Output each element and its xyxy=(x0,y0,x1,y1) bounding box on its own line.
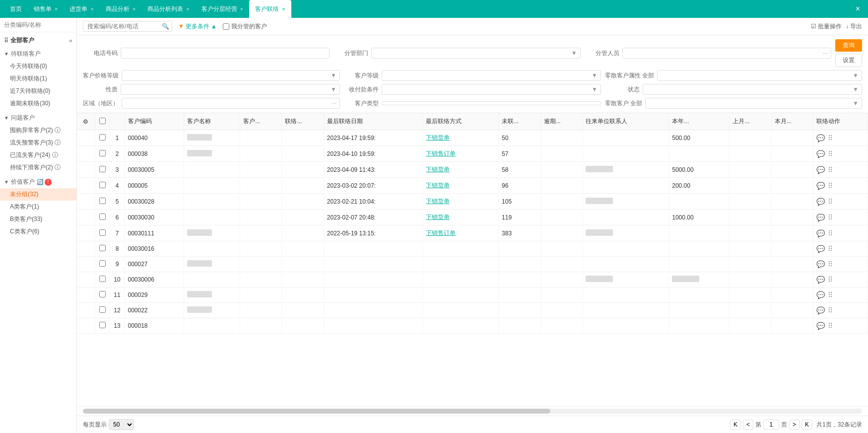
row-checkbox[interactable] xyxy=(99,214,106,220)
problem-customers-header[interactable]: ▼ 问题客户 xyxy=(0,112,76,124)
checkbox-cell[interactable] xyxy=(95,210,110,225)
last-date-col-header[interactable]: 最后联络日期 xyxy=(324,113,423,130)
more-conditions-button[interactable]: ▼ 更多条件 ▲ xyxy=(178,22,217,31)
contact-action-icon[interactable]: 💬 xyxy=(816,260,825,268)
sidebar-item-churn-warning[interactable]: 流失预警客户(3) ⓘ xyxy=(0,137,76,149)
contact-action-icon[interactable]: 💬 xyxy=(816,134,825,142)
last-method-cell[interactable] xyxy=(423,303,499,318)
close-product-analysis-icon[interactable]: × xyxy=(133,6,135,12)
contact-action-icon[interactable]: 💬 xyxy=(816,276,825,284)
row-checkbox[interactable] xyxy=(99,260,106,267)
more-action-icon[interactable]: ⠿ xyxy=(828,166,833,174)
checkbox-cell[interactable] xyxy=(95,272,110,288)
row-checkbox[interactable] xyxy=(99,276,106,282)
sidebar-item-7days[interactable]: 近7天待联络(0) xyxy=(0,85,76,97)
contact-action-icon[interactable]: 💬 xyxy=(816,166,825,174)
prev-page-button[interactable]: < xyxy=(743,420,753,430)
last-method-cell[interactable]: 下销货单 xyxy=(423,178,499,194)
contact-col-header[interactable]: 联络... xyxy=(282,113,324,130)
payment-select[interactable]: ▼ xyxy=(382,84,601,95)
row-checkbox[interactable] xyxy=(99,182,106,188)
checkbox-cell[interactable] xyxy=(95,146,110,162)
last-method-cell[interactable]: 下销货单 xyxy=(423,210,499,225)
last-method-cell[interactable]: 下销售订单 xyxy=(423,225,499,241)
close-contact-icon[interactable]: × xyxy=(282,6,285,12)
more-action-icon[interactable]: ⠿ xyxy=(828,150,833,158)
checkbox-cell[interactable] xyxy=(95,241,110,257)
checkbox-cell[interactable] xyxy=(95,130,110,146)
main-search-icon[interactable]: 🔍 xyxy=(162,23,169,30)
contact-person-col-header[interactable]: 往来单位联系人 xyxy=(583,113,669,130)
checkbox-cell[interactable] xyxy=(95,257,110,272)
this-month-col-header[interactable]: 本月... xyxy=(771,113,813,130)
more-action-icon[interactable]: ⠿ xyxy=(828,291,833,299)
row-checkbox[interactable] xyxy=(99,134,106,141)
refresh-icon[interactable]: 🔄 xyxy=(37,179,44,185)
collapse-sidebar-icon[interactable]: « xyxy=(69,37,72,44)
nature-select[interactable]: ▼ xyxy=(121,84,340,95)
reset-button[interactable]: 设置 xyxy=(835,54,862,67)
overdue-col-header[interactable]: 逾期... xyxy=(540,113,582,130)
first-page-button[interactable]: K xyxy=(730,420,741,430)
more-action-icon[interactable]: ⠿ xyxy=(828,198,833,206)
row-checkbox[interactable] xyxy=(99,245,106,251)
retail-attr-select[interactable]: ▼ xyxy=(657,70,862,81)
nav-customer-segment[interactable]: 客户分层经营 × xyxy=(196,0,249,18)
pending-contact-header[interactable]: ▼ 待联络客户 xyxy=(0,48,76,60)
sidebar-item-ungroup[interactable]: 未分组(32) xyxy=(0,188,76,201)
status-select[interactable]: ▼ xyxy=(643,84,862,95)
more-action-icon[interactable]: ⠿ xyxy=(828,260,833,268)
row-checkbox[interactable] xyxy=(99,166,106,172)
export-button[interactable]: ↓ 导出 xyxy=(846,22,862,31)
sidebar-item-tomorrow[interactable]: 明天待联络(1) xyxy=(0,72,76,85)
nav-sales[interactable]: 销售单 × xyxy=(28,0,64,18)
row-checkbox[interactable] xyxy=(99,322,106,328)
more-action-icon[interactable]: ⠿ xyxy=(828,306,833,314)
sidebar-item-abnormal[interactable]: 囤购异常客户(2) ⓘ xyxy=(0,124,76,137)
checkbox-cell[interactable] xyxy=(95,162,110,178)
my-customers-checkbox[interactable] xyxy=(223,23,229,30)
close-sales-icon[interactable]: × xyxy=(55,6,58,12)
dept-select[interactable]: ▼ xyxy=(371,48,580,59)
last-method-col-header[interactable]: 最后联络方式 xyxy=(423,113,499,130)
more-action-icon[interactable]: ⠿ xyxy=(828,134,833,142)
contact-action-icon[interactable]: 💬 xyxy=(816,214,825,221)
last-method-cell[interactable]: 下销货单 xyxy=(423,162,499,178)
retail-customer-select[interactable]: ▼ xyxy=(645,98,862,109)
manager-select[interactable]: ··· xyxy=(622,48,831,59)
last-method-cell[interactable]: 下销售订单 xyxy=(423,146,499,162)
contact-action-icon[interactable]: 💬 xyxy=(816,322,825,330)
value-customers-header[interactable]: ▼ 价值客户 🔄 ! xyxy=(0,176,76,188)
more-action-icon[interactable]: ⠿ xyxy=(828,245,833,253)
sidebar-item-type-b[interactable]: B类客户(33) xyxy=(0,213,76,225)
contact-action-icon[interactable]: 💬 xyxy=(816,306,825,314)
close-segment-icon[interactable]: × xyxy=(240,6,243,12)
select-all-checkbox[interactable] xyxy=(99,118,106,124)
checkbox-cell[interactable] xyxy=(95,178,110,194)
last-method-cell[interactable] xyxy=(423,272,499,288)
last-page-button[interactable]: K xyxy=(801,420,812,430)
phone-input[interactable] xyxy=(121,48,330,59)
checkbox-cell[interactable] xyxy=(95,194,110,210)
row-checkbox[interactable] xyxy=(99,150,106,156)
not-contact-col-header[interactable]: 未联... xyxy=(499,113,540,130)
last-method-cell[interactable] xyxy=(423,318,499,334)
batch-operation-button[interactable]: ☑ 批量操作 xyxy=(811,22,842,31)
region-select[interactable]: ··· xyxy=(122,98,340,109)
contact-action-icon[interactable]: 💬 xyxy=(816,245,825,253)
nav-product-analysis[interactable]: 商品分析 × xyxy=(100,0,141,18)
last-month-col-header[interactable]: 上月... xyxy=(730,113,771,130)
window-close-button[interactable]: × xyxy=(852,4,864,13)
price-level-select[interactable]: ▼ xyxy=(122,70,340,81)
customer-type-select[interactable] xyxy=(382,101,601,105)
horizontal-scrollbar[interactable] xyxy=(77,406,868,416)
checkbox-cell[interactable] xyxy=(95,225,110,241)
per-page-select[interactable]: 50 20 100 xyxy=(109,419,134,430)
nav-purchase[interactable]: 进货单 × xyxy=(64,0,99,18)
more-action-icon[interactable]: ⠿ xyxy=(828,322,833,330)
all-customers-header[interactable]: ⠿ 全部客户 « xyxy=(0,32,76,47)
nav-product-analysis-list[interactable]: 商品分析列表 × xyxy=(141,0,195,18)
sidebar-item-today[interactable]: 今天待联络(0) xyxy=(0,60,76,72)
type-col-header[interactable]: 客户... xyxy=(240,113,281,130)
last-method-cell[interactable]: 下销货单 xyxy=(423,194,499,210)
